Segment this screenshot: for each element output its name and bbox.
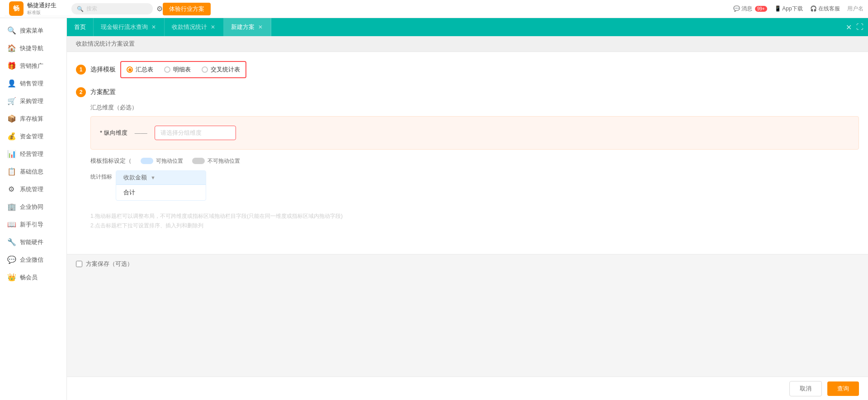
search-icon: 🔍 (77, 6, 84, 12)
tab-bank-flow-label: 现金银行流水查询 (101, 23, 148, 31)
support-btn[interactable]: 🎧 在线客服 (810, 5, 840, 13)
unmovable-label: 不可拖动位置 (208, 157, 240, 165)
search-menu-icon: 🔍 (7, 26, 15, 35)
tip-2: 2.点击标题栏下拉可设置排序、插入列和删除列 (90, 222, 859, 230)
sidebar-item-marketing[interactable]: 🎁 营销推广 (0, 57, 66, 75)
tab-new-plan-label: 新建方案 (231, 23, 255, 31)
tab-collection-stats[interactable]: 收款情况统计 ✕ (165, 18, 224, 36)
tab-new-plan[interactable]: 新建方案 ✕ (224, 18, 271, 36)
tab-home[interactable]: 首页 (67, 18, 94, 36)
sidebar-item-wechat[interactable]: 💬 企业微信 (0, 251, 66, 268)
page-footer: 方案保存（可选） (67, 254, 868, 273)
inventory-icon: 📦 (7, 114, 15, 123)
radio-detail[interactable]: 明细表 (164, 66, 191, 74)
support-label: 在线客服 (818, 5, 840, 12)
tab-collection-stats-label: 收款情况统计 (172, 23, 207, 31)
logo-area: 畅 畅捷通好生 标准版 (5, 1, 71, 16)
dimension-select[interactable]: 请选择分组维度 (155, 126, 236, 140)
sidebar-item-sales[interactable]: 👤 销售管理 (0, 75, 66, 92)
radio-summary-label: 汇总表 (136, 66, 153, 74)
logo-sub: 标准版 (27, 9, 57, 16)
movable-label: 可拖动位置 (156, 157, 183, 165)
tab-close-all[interactable]: ✕ (846, 23, 852, 32)
save-checkbox[interactable] (76, 261, 82, 267)
sidebar-label-finance: 资金管理 (20, 132, 43, 141)
radio-cross-label: 交叉统计表 (211, 66, 240, 74)
metrics-section: 模板指标设定（ 可拖动位置 不可拖动位置 (90, 157, 859, 201)
metrics-header: 模板指标设定（ 可拖动位置 不可拖动位置 (90, 157, 859, 165)
step2-badge: 2 (76, 87, 86, 97)
sidebar: 🔍 搜索菜单 🏠 快捷导航 🎁 营销推广 👤 销售管理 🛒 采购管理 📦 (0, 18, 67, 400)
sidebar-item-inventory[interactable]: 📦 库存核算 (0, 110, 66, 127)
metrics-table-area: 统计指标 收款金额 ▼ 合计 (90, 170, 859, 201)
sidebar-label-hardware: 智能硬件 (20, 238, 43, 246)
sidebar-item-member[interactable]: 👑 畅会员 (0, 268, 66, 286)
column-name: 收款金额 (123, 174, 147, 182)
dimension-select-placeholder: 请选择分组维度 (160, 129, 202, 136)
dimension-section-label: 汇总维度（必选） (90, 104, 859, 112)
step1-badge: 1 (76, 65, 86, 75)
radio-summary-dot (127, 66, 133, 73)
download-btn[interactable]: 📱 App下载 (774, 5, 803, 13)
operation-icon: 📊 (7, 150, 15, 158)
tab-bank-flow-close[interactable]: ✕ (151, 24, 157, 30)
sidebar-item-enterprise[interactable]: 🏢 企业协同 (0, 198, 66, 216)
sidebar-label-operation: 经营管理 (20, 150, 43, 158)
user-name[interactable]: 用户名 (847, 5, 863, 13)
vertical-dimension-row: * 纵向维度 —— 请选择分组维度 (100, 126, 849, 140)
logo-text: 畅捷通好生 (27, 1, 57, 9)
main-layout: 🔍 搜索菜单 🏠 快捷导航 🎁 营销推广 👤 销售管理 🛒 采购管理 📦 (0, 18, 868, 400)
main-content: 首页 现金银行流水查询 ✕ 收款情况统计 ✕ 新建方案 ✕ ✕ ⛶ 收 (67, 18, 868, 400)
logo-icon: 畅 (9, 1, 24, 16)
guide-icon: 📖 (7, 220, 15, 229)
radio-cross-dot (202, 66, 208, 73)
metrics-column-header[interactable]: 收款金额 ▼ (116, 171, 206, 185)
metrics-table: 收款金额 ▼ 合计 (116, 170, 206, 201)
sidebar-item-purchase[interactable]: 🛒 采购管理 (0, 92, 66, 110)
page-scroll-area: 1 选择模板 汇总表 明细表 (67, 52, 868, 376)
tab-expand[interactable]: ⛶ (856, 23, 863, 31)
sidebar-label-inventory: 库存核算 (20, 115, 43, 123)
enterprise-icon: 🏢 (7, 202, 15, 211)
sidebar-label-basic-info: 基础信息 (20, 168, 43, 176)
sidebar-item-quick-nav[interactable]: 🏠 快捷导航 (0, 39, 66, 57)
sidebar-label-system: 系统管理 (20, 185, 43, 193)
sidebar-item-search-menu[interactable]: 🔍 搜索菜单 (0, 22, 66, 39)
download-label: App下载 (782, 5, 802, 12)
step1-section: 1 选择模板 汇总表 明细表 (76, 61, 859, 78)
quick-nav-icon: 🏠 (7, 44, 15, 52)
query-button[interactable]: 查询 (827, 381, 859, 396)
sidebar-label-member: 畅会员 (20, 273, 38, 282)
search-text: 搜索 (86, 5, 97, 13)
tab-bar: 首页 现金银行流水查询 ✕ 收款情况统计 ✕ 新建方案 ✕ ✕ ⛶ (67, 18, 868, 36)
sidebar-item-hardware[interactable]: 🔧 智能硬件 (0, 233, 66, 251)
message-btn[interactable]: 💬 消息 99+ (733, 5, 767, 13)
cancel-button[interactable]: 取消 (789, 381, 822, 396)
tab-bar-actions: ✕ ⛶ (841, 23, 868, 32)
radio-summary[interactable]: 汇总表 (127, 66, 153, 74)
tab-home-label: 首页 (74, 23, 86, 31)
tab-new-plan-close[interactable]: ✕ (257, 24, 264, 30)
column-dropdown-icon[interactable]: ▼ (151, 175, 156, 180)
sidebar-item-guide[interactable]: 📖 新手引导 (0, 216, 66, 233)
trial-button[interactable]: 体验行业方案 (163, 3, 211, 15)
sidebar-label-enterprise: 企业协同 (20, 203, 43, 211)
tab-bank-flow[interactable]: 现金银行流水查询 ✕ (94, 18, 165, 36)
step1-title: 选择模板 (90, 66, 116, 74)
header-search[interactable]: 🔍 搜索 (71, 3, 153, 14)
header-right: 💬 消息 99+ 📱 App下载 🎧 在线客服 用户名 (733, 5, 863, 13)
header-icons: 💬 消息 99+ 📱 App下载 🎧 在线客服 用户名 (733, 5, 863, 13)
member-icon: 👑 (7, 273, 15, 282)
sidebar-item-basic-info[interactable]: 📋 基础信息 (0, 163, 66, 180)
radio-cross[interactable]: 交叉统计表 (202, 66, 240, 74)
sidebar-item-system[interactable]: ⚙ 系统管理 (0, 180, 66, 198)
sidebar-item-operation[interactable]: 📊 经营管理 (0, 145, 66, 163)
settings-icon[interactable]: ⚙ (156, 5, 163, 13)
tab-collection-stats-close[interactable]: ✕ (210, 24, 216, 30)
hardware-icon: 🔧 (7, 238, 15, 246)
wechat-icon: 💬 (7, 255, 15, 264)
sidebar-item-finance[interactable]: 💰 资金管理 (0, 127, 66, 145)
radio-detail-dot (164, 66, 170, 73)
breadcrumb-text: 收款情况统计方案设置 (76, 40, 135, 47)
sidebar-label-search-menu: 搜索菜单 (20, 27, 43, 35)
